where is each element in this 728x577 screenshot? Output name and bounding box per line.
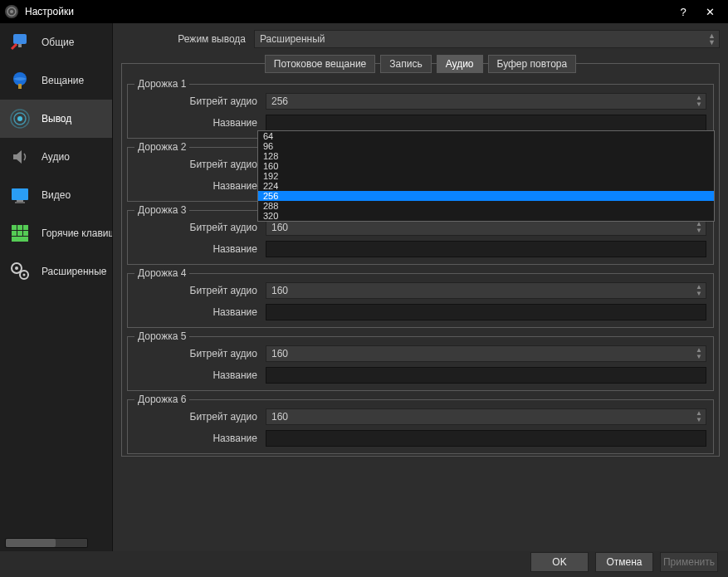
bitrate-label: Битрейт аудио bbox=[134, 285, 266, 296]
dropdown-option[interactable]: 224 bbox=[258, 181, 714, 191]
name-input-5[interactable] bbox=[266, 367, 706, 384]
track-legend: Дорожка 6 bbox=[134, 394, 189, 405]
bitrate-label: Битрейт аудио bbox=[134, 95, 266, 107]
track-legend: Дорожка 1 bbox=[134, 78, 189, 90]
dropdown-option[interactable]: 320 bbox=[258, 211, 714, 221]
bitrate-input-6[interactable]: 160▲▼ bbox=[266, 408, 706, 425]
dropdown-option[interactable]: 192 bbox=[258, 171, 714, 181]
spinner-arrows-icon: ▲▼ bbox=[708, 32, 716, 46]
svg-rect-14 bbox=[23, 225, 28, 230]
name-input-1[interactable] bbox=[266, 115, 706, 131]
spinner-arrows-icon: ▲▼ bbox=[696, 284, 702, 297]
video-icon bbox=[7, 182, 33, 208]
sidebar-item-label: Вывод bbox=[42, 113, 71, 125]
bitrate-label: Битрейт аудио bbox=[134, 222, 266, 233]
track-legend: Дорожка 2 bbox=[134, 141, 189, 153]
close-button[interactable]: ✕ bbox=[696, 6, 723, 18]
sidebar-item-label: Горячие клавиши bbox=[42, 227, 113, 239]
sidebar-item-video[interactable]: Видео bbox=[0, 176, 112, 214]
svg-point-22 bbox=[23, 274, 26, 276]
sidebar-item-advanced[interactable]: Расширенные bbox=[0, 252, 112, 291]
svg-point-6 bbox=[17, 116, 22, 121]
bitrate-label: Битрейт аудио bbox=[134, 411, 266, 423]
sidebar: Общие Вещание Вывод Аудио Видео Горячие … bbox=[0, 23, 113, 551]
svg-point-1 bbox=[10, 10, 13, 13]
ok-button[interactable]: OK bbox=[530, 552, 589, 572]
output-mode-select[interactable]: Расширенный ▲▼ bbox=[254, 30, 720, 48]
bitrate-label: Битрейт аудио bbox=[134, 159, 266, 170]
svg-rect-18 bbox=[12, 237, 28, 242]
titlebar: Настройки ? ✕ bbox=[0, 0, 728, 23]
name-input-6[interactable] bbox=[266, 430, 706, 447]
svg-rect-2 bbox=[13, 34, 27, 44]
tab-replay-buffer[interactable]: Буфер повтора bbox=[488, 55, 577, 73]
sidebar-item-label: Видео bbox=[42, 189, 71, 201]
name-label: Название bbox=[134, 369, 266, 381]
dropdown-option[interactable]: 288 bbox=[258, 201, 714, 211]
track-legend: Дорожка 4 bbox=[134, 267, 189, 279]
svg-rect-10 bbox=[17, 200, 23, 202]
spinner-arrows-icon: ▲▼ bbox=[696, 347, 702, 360]
sidebar-item-hotkeys[interactable]: Горячие клавиши bbox=[0, 214, 112, 252]
track-group-6: Дорожка 6 Битрейт аудио 160▲▼ Название bbox=[127, 399, 714, 454]
svg-rect-12 bbox=[12, 225, 17, 230]
dropdown-option[interactable]: 96 bbox=[258, 141, 714, 151]
sidebar-item-label: Аудио bbox=[42, 151, 70, 163]
svg-rect-17 bbox=[23, 231, 28, 236]
sidebar-item-label: Общие bbox=[42, 37, 74, 48]
apply-button[interactable]: Применить bbox=[660, 552, 718, 572]
window-title: Настройки bbox=[25, 6, 670, 17]
tab-streaming[interactable]: Потоковое вещание bbox=[265, 55, 376, 73]
svg-rect-5 bbox=[18, 84, 22, 89]
svg-rect-3 bbox=[18, 44, 22, 47]
track-group-4: Дорожка 4 Битрейт аудио 160▲▼ Название bbox=[127, 273, 714, 328]
audio-icon bbox=[7, 144, 33, 170]
bitrate-input-1[interactable]: 256▲▼ bbox=[266, 93, 706, 110]
bitrate-label: Битрейт аудио bbox=[134, 348, 266, 359]
svg-rect-11 bbox=[15, 202, 25, 203]
bitrate-input-3[interactable]: 160▲▼ bbox=[266, 219, 706, 236]
svg-rect-9 bbox=[12, 188, 28, 200]
main-panel: Режим вывода Расширенный ▲▼ Потоковое ве… bbox=[113, 23, 728, 551]
bitrate-input-4[interactable]: 160▲▼ bbox=[266, 282, 706, 299]
dropdown-option[interactable]: 160 bbox=[258, 161, 714, 171]
svg-point-20 bbox=[15, 266, 18, 270]
tab-recording[interactable]: Запись bbox=[380, 55, 431, 73]
svg-rect-16 bbox=[17, 231, 22, 236]
sidebar-scrollbar[interactable] bbox=[5, 538, 88, 548]
sidebar-item-stream[interactable]: Вещание bbox=[0, 61, 112, 100]
dropdown-option[interactable]: 64 bbox=[258, 131, 714, 141]
hotkeys-icon bbox=[7, 220, 33, 247]
spinner-arrows-icon: ▲▼ bbox=[696, 95, 702, 108]
track-legend: Дорожка 3 bbox=[134, 204, 189, 216]
name-label: Название bbox=[134, 306, 266, 318]
name-input-3[interactable] bbox=[266, 241, 706, 257]
bitrate-input-5[interactable]: 160▲▼ bbox=[266, 345, 706, 362]
sidebar-item-label: Вещание bbox=[42, 75, 84, 86]
help-button[interactable]: ? bbox=[670, 6, 696, 18]
track-legend: Дорожка 5 bbox=[134, 330, 189, 342]
sidebar-item-output[interactable]: Вывод bbox=[0, 100, 112, 138]
svg-rect-13 bbox=[17, 225, 22, 230]
tab-audio[interactable]: Аудио bbox=[437, 55, 483, 73]
cancel-button[interactable]: Отмена bbox=[595, 552, 653, 572]
name-label: Название bbox=[134, 243, 266, 255]
spinner-arrows-icon: ▲▼ bbox=[696, 221, 702, 234]
output-icon bbox=[7, 105, 33, 132]
name-input-4[interactable] bbox=[266, 304, 706, 320]
dropdown-option[interactable]: 256 bbox=[258, 191, 714, 201]
name-label: Название bbox=[134, 433, 266, 444]
general-icon bbox=[7, 29, 33, 56]
name-label: Название bbox=[134, 180, 266, 192]
name-label: Название bbox=[134, 117, 266, 129]
svg-rect-15 bbox=[12, 231, 17, 236]
output-mode-label: Режим вывода bbox=[121, 33, 254, 45]
bitrate-dropdown[interactable]: 6496128160192224256288320 bbox=[257, 130, 715, 222]
dropdown-option[interactable]: 128 bbox=[258, 151, 714, 161]
stream-icon bbox=[7, 67, 33, 94]
sidebar-item-general[interactable]: Общие bbox=[0, 23, 112, 61]
sidebar-item-audio[interactable]: Аудио bbox=[0, 138, 112, 176]
track-group-5: Дорожка 5 Битрейт аудио 160▲▼ Название bbox=[127, 336, 714, 391]
spinner-arrows-icon: ▲▼ bbox=[696, 410, 702, 423]
output-tab-container: Потоковое вещание Запись Аудио Буфер пов… bbox=[121, 63, 720, 457]
